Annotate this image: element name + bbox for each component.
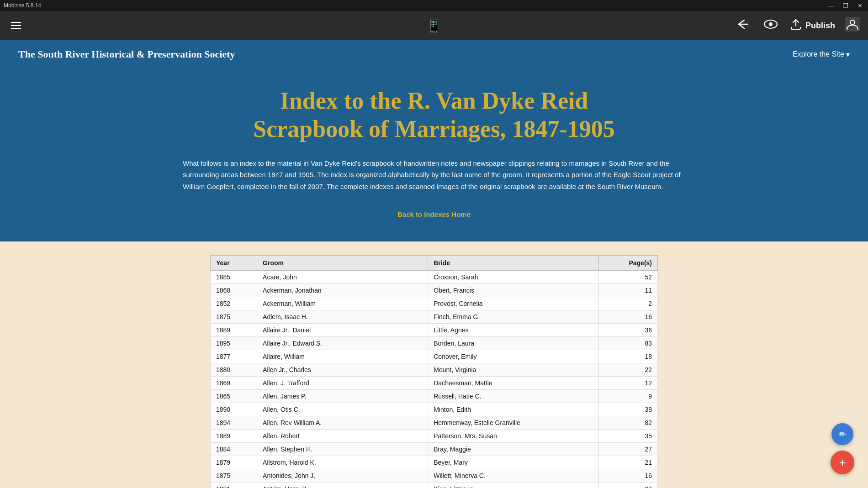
col-header-year: Year	[211, 256, 257, 271]
cell-page: 38	[599, 403, 658, 416]
cell-groom: Antonides, John J.	[257, 469, 428, 483]
cell-year: 1889	[211, 430, 257, 443]
cell-bride: Obert, Francis	[428, 284, 599, 297]
toolbar-center: 📱	[426, 18, 442, 33]
cell-page: 2	[599, 297, 658, 310]
cell-groom: Allen, James P.	[257, 390, 428, 403]
cell-page: 52	[599, 271, 658, 284]
svg-point-1	[769, 22, 773, 26]
hamburger-button[interactable]	[7, 18, 25, 33]
publish-button[interactable]: Publish	[790, 18, 835, 33]
cell-page: 21	[599, 456, 658, 469]
table-row: 1881Antrim, Harry B.King, Lizzie H.23	[211, 483, 658, 488]
titlebar: Mobirise 5.8.14 — ❐ ✕	[0, 0, 868, 11]
explore-link[interactable]: Explore the Site ▾	[793, 50, 850, 59]
site-content: The South River Historical & Preservatio…	[0, 40, 868, 488]
site-nav: The South River Historical & Preservatio…	[0, 40, 868, 68]
col-header-bride: Bride	[428, 256, 599, 271]
close-button[interactable]: ✕	[856, 2, 864, 9]
cell-bride: Dacheesman, Mattie	[428, 377, 599, 390]
table-row: 1875Antonides, John J.Willett, Minerva C…	[211, 469, 658, 483]
cell-groom: Allaire, William	[257, 350, 428, 363]
table-row: 1868Ackerman, JonathanObert, Francis11	[211, 284, 658, 297]
table-row: 1875Adlem, Isaac H.Finch, Emma G.16	[211, 310, 658, 324]
table-row: 1884Allen, Stephen H.Bray, Maggie27	[211, 443, 658, 456]
cell-year: 1881	[211, 483, 257, 488]
cell-groom: Allen, Stephen H.	[257, 443, 428, 456]
table-row: 1889Allen, RobertPatterson, Mrs. Susan35	[211, 430, 658, 443]
cell-page: 35	[599, 430, 658, 443]
cell-groom: Allen, Otis C.	[257, 403, 428, 416]
cell-bride: Finch, Emma G.	[428, 310, 599, 324]
cell-groom: Allaire Jr., Daniel	[257, 324, 428, 337]
cell-year: 1894	[211, 416, 257, 430]
cell-page: 11	[599, 284, 658, 297]
cell-bride: Hemmenway, Estelle Granville	[428, 416, 599, 430]
back-to-indexes-link[interactable]: Back to Indexes Home	[397, 210, 471, 218]
cell-bride: Willett, Minerva C.	[428, 469, 599, 483]
table-row: 1880Allen Jr., CharlesMount, Virginia22	[211, 363, 658, 377]
cell-year: 1875	[211, 310, 257, 324]
cell-bride: Beyer, Mary	[428, 456, 599, 469]
cell-page: 23	[599, 483, 658, 488]
cell-page: 22	[599, 363, 658, 377]
cell-bride: Conover, Emily	[428, 350, 599, 363]
cell-groom: Allaire Jr., Edward S.	[257, 337, 428, 350]
cell-year: 1885	[211, 271, 257, 284]
add-fab-button[interactable]: +	[831, 451, 854, 474]
cell-groom: Allen, Rev William A.	[257, 416, 428, 430]
cell-year: 1877	[211, 350, 257, 363]
cell-page: 82	[599, 416, 658, 430]
back-button[interactable]	[733, 16, 752, 35]
restore-button[interactable]: ❐	[841, 2, 850, 9]
cell-bride: Patterson, Mrs. Susan	[428, 430, 599, 443]
edit-icon: ✏	[839, 429, 847, 440]
table-header-row: Year Groom Bride Page(s)	[211, 256, 658, 271]
cell-year: 1875	[211, 469, 257, 483]
cell-bride: Minton, Edith	[428, 403, 599, 416]
edit-fab-button[interactable]: ✏	[831, 423, 853, 445]
window-controls: — ❐ ✕	[826, 2, 864, 9]
hero-description: What follows is an index to the material…	[183, 157, 685, 193]
col-header-groom: Groom	[257, 256, 428, 271]
cell-bride: Little, Agnes	[428, 324, 599, 337]
hero-section: Index to the R. Van Dyke Reid Scrapbook …	[0, 68, 868, 241]
cell-page: 36	[599, 324, 658, 337]
table-row: 1877Allaire, WilliamConover, Emily18	[211, 350, 658, 363]
table-row: 1885Acare, JohnCroxson, Sarah52	[211, 271, 658, 284]
cell-groom: Allen Jr., Charles	[257, 363, 428, 377]
cell-year: 1852	[211, 297, 257, 310]
cell-bride: Mount, Virginia	[428, 363, 599, 377]
cell-page: 12	[599, 377, 658, 390]
cell-groom: Antrim, Harry B.	[257, 483, 428, 488]
table-row: 1852Ackerman, WilliamProvost, Cornelia2	[211, 297, 658, 310]
cell-bride: Russell, Hatie C.	[428, 390, 599, 403]
publish-icon	[790, 18, 802, 33]
cell-groom: Ackerman, Jonathan	[257, 284, 428, 297]
app-name: Mobirise 5.8.14	[4, 2, 41, 9]
table-section: Year Groom Bride Page(s) 1885Acare, John…	[0, 241, 868, 488]
cell-year: 1895	[211, 337, 257, 350]
cell-groom: Adlem, Isaac H.	[257, 310, 428, 324]
cell-bride: Borden, Laura	[428, 337, 599, 350]
hamburger-line-1	[11, 22, 21, 23]
fab-container: ✏ +	[831, 423, 854, 474]
col-header-pages: Page(s)	[599, 256, 658, 271]
cell-year: 1869	[211, 377, 257, 390]
minimize-button[interactable]: —	[826, 2, 836, 9]
user-icon[interactable]	[844, 16, 861, 35]
cell-groom: Allen, J. Trafford	[257, 377, 428, 390]
preview-button[interactable]	[761, 16, 781, 35]
cell-year: 1889	[211, 324, 257, 337]
cell-page: 18	[599, 350, 658, 363]
cell-page: 27	[599, 443, 658, 456]
phone-icon[interactable]: 📱	[426, 18, 442, 33]
cell-year: 1868	[211, 284, 257, 297]
page-title: Index to the R. Van Dyke Reid Scrapbook …	[46, 87, 822, 144]
table-row: 1895Allaire Jr., Edward S.Borden, Laura8…	[211, 337, 658, 350]
cell-page: 83	[599, 337, 658, 350]
table-row: 1889Allaire Jr., DanielLittle, Agnes36	[211, 324, 658, 337]
hamburger-line-2	[11, 25, 21, 26]
table-row: 1894Allen, Rev William A.Hemmenway, Este…	[211, 416, 658, 430]
cell-groom: Allen, Robert	[257, 430, 428, 443]
